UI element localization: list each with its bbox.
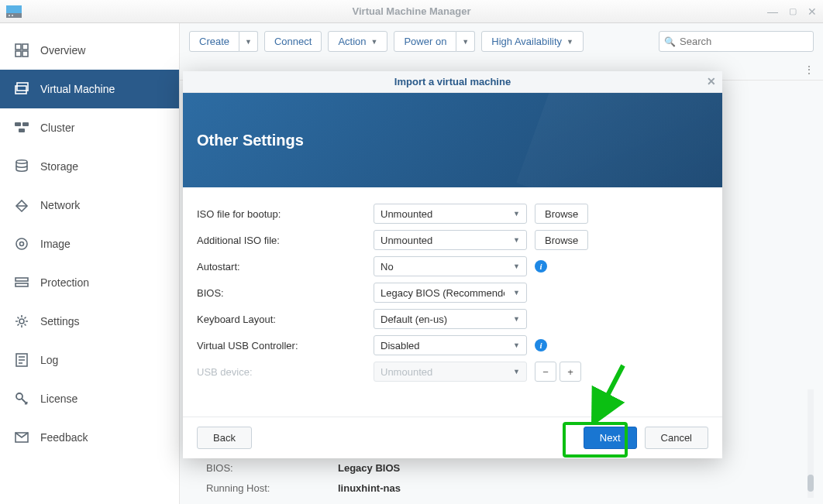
cancel-button[interactable]: Cancel [645,427,708,449]
additional-iso-select[interactable]: Unmounted▼ [374,230,527,250]
info-icon[interactable]: i [535,339,547,351]
close-icon[interactable]: ✕ [808,5,817,18]
dialog-close-icon[interactable]: ✕ [707,75,716,87]
caret-down-icon: ▼ [513,315,520,323]
info-icon[interactable]: i [535,260,547,273]
caret-down-icon: ▼ [513,262,520,270]
maximize-icon[interactable]: ▢ [789,6,797,16]
usb-controller-select[interactable]: Disabled▼ [374,335,527,355]
minimize-icon[interactable]: — [767,5,778,18]
caret-down-icon: ▼ [513,289,520,297]
keyboard-layout-label: Keyboard Layout: [197,314,374,325]
iso-bootup-browse-button[interactable]: Browse [535,204,588,224]
usb-device-label: USB device: [197,366,374,378]
dialog-title: Import a virtual machine ✕ [183,71,722,93]
dialog-footer: Back Next Cancel [183,417,722,458]
back-button[interactable]: Back [197,427,252,449]
import-vm-dialog: Import a virtual machine ✕ Other Setting… [183,71,722,458]
add-usb-button[interactable]: + [560,362,581,382]
usb-controller-label: Virtual USB Controller: [197,340,374,351]
additional-iso-label: Additional ISO file: [197,235,374,246]
iso-bootup-select[interactable]: Unmounted▼ [374,204,527,224]
iso-bootup-label: ISO file for bootup: [197,208,374,220]
next-button[interactable]: Next [584,427,637,449]
caret-down-icon: ▼ [513,236,520,244]
dialog-banner: Other Settings [183,93,722,187]
additional-iso-browse-button[interactable]: Browse [535,230,588,250]
caret-down-icon: ▼ [513,368,520,375]
dialog-heading: Other Settings [197,132,304,149]
dialog-overlay: Import a virtual machine ✕ Other Setting… [0,0,823,504]
caret-down-icon: ▼ [513,210,520,218]
autostart-select[interactable]: No▼ [374,256,527,276]
autostart-label: Autostart: [197,261,374,273]
dialog-body: ISO file for bootup: Unmounted▼ Browse A… [183,187,722,417]
remove-usb-button[interactable]: − [535,362,556,382]
keyboard-layout-select[interactable]: Default (en-us)▼ [374,309,527,329]
bios-select[interactable]: Legacy BIOS (Recommended)▼ [374,283,527,303]
bios-label: BIOS: [197,287,374,299]
caret-down-icon: ▼ [513,341,520,349]
usb-device-select: Unmounted▼ [374,362,527,382]
